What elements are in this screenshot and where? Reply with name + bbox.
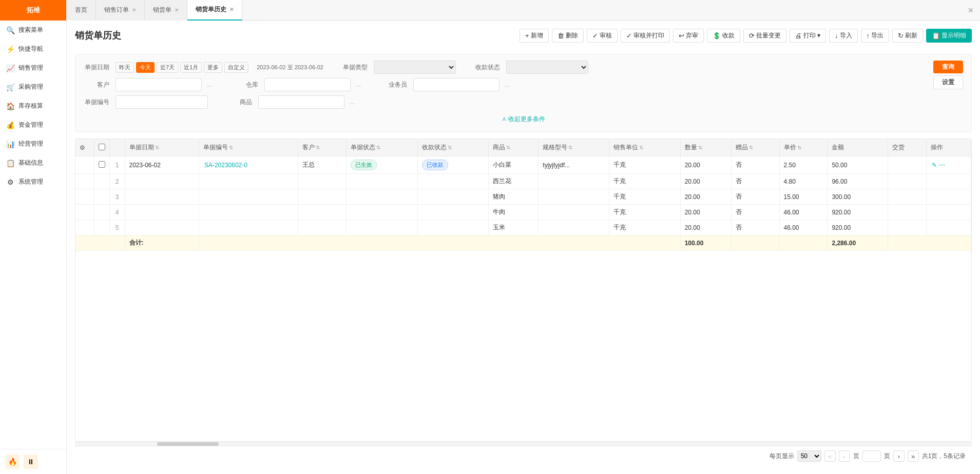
filter-salesperson-dots[interactable]: ... xyxy=(503,81,512,88)
date-shortcut-more[interactable]: 更多 xyxy=(204,62,222,73)
sidebar-fire-btn[interactable]: 🔥 xyxy=(5,455,20,469)
page-last-btn[interactable]: » xyxy=(908,450,919,462)
table-row: 5 玉米 千克 20.00 否 46.00 920.00 xyxy=(75,220,971,235)
per-page-select[interactable]: 2050100 xyxy=(797,450,821,462)
sidebar-item-sys-mgmt[interactable]: ⚙系统管理 xyxy=(0,172,66,191)
td-amount: 920.00 xyxy=(828,205,888,220)
sidebar-item-inventory[interactable]: 🏠库存核算 xyxy=(0,96,66,115)
td-unit: 千克 xyxy=(609,189,680,205)
tab-sales-order[interactable]: 销售订单✕ xyxy=(96,0,145,21)
toolbar-batch-change-btn[interactable]: ⟳批量变更 xyxy=(743,29,786,43)
toolbar-abandon-btn[interactable]: ↩弃审 xyxy=(673,29,704,43)
toolbar-delete-btn[interactable]: 🗑删除 xyxy=(552,29,584,43)
date-shortcut-custom[interactable]: 自定义 xyxy=(224,62,248,73)
row-checkbox[interactable] xyxy=(99,161,105,168)
page-input[interactable]: 1 xyxy=(862,450,881,462)
tab-sales-delivery[interactable]: 销货单✕ xyxy=(145,0,187,21)
action-edit-btn[interactable]: ✎ xyxy=(932,162,937,169)
th-qty[interactable]: 数量⇅ xyxy=(680,139,731,156)
th-spec[interactable]: 规格型号⇅ xyxy=(539,139,609,156)
toolbar-show-detail-btn[interactable]: 📋显示明细 xyxy=(926,29,972,43)
filter-goods-dots[interactable]: ... xyxy=(348,98,357,106)
filter-doctype-select[interactable] xyxy=(374,61,456,74)
table-header-row: ⚙ 单据日期⇅ 单据编号⇅ 客户⇅ 单据状态⇅ 收款状态⇅ 商品⇅ 规格型号⇅ xyxy=(75,139,971,156)
query-search-btn[interactable]: 查询 xyxy=(933,61,963,73)
td-gift: 否 xyxy=(731,156,779,174)
td-goods: 猪肉 xyxy=(488,189,539,205)
toolbar-new-btn[interactable]: +新增 xyxy=(520,29,549,43)
toolbar-export-icon: ↑ xyxy=(867,32,870,40)
per-page-label: 每页显示 xyxy=(770,452,794,461)
date-shortcut-last7[interactable]: 近7天 xyxy=(157,62,178,73)
tab-close-sales-delivery[interactable]: ✕ xyxy=(175,7,179,13)
sidebar-item-purchase-mgmt[interactable]: 🛒采购管理 xyxy=(0,77,66,96)
toolbar-collect-btn[interactable]: 💲收款 xyxy=(707,29,740,43)
date-shortcut-yesterday[interactable]: 昨天 xyxy=(116,62,134,73)
sidebar-pause-btn[interactable]: ⏸ xyxy=(24,455,38,469)
page-next-btn[interactable]: › xyxy=(893,450,905,462)
toolbar-export-btn[interactable]: ↑导出 xyxy=(861,29,890,43)
th-date[interactable]: 单据日期⇅ xyxy=(125,139,199,156)
td-gear xyxy=(75,156,94,174)
filter-payment-select[interactable] xyxy=(506,61,588,74)
th-goods[interactable]: 商品⇅ xyxy=(488,139,539,156)
toolbar-audit-btn[interactable]: ✓审核 xyxy=(587,29,618,43)
tab-close-sales-history[interactable]: ✕ xyxy=(229,7,234,12)
filter-date-label: 单据日期 xyxy=(84,63,109,72)
toolbar-import-btn[interactable]: ↓导入 xyxy=(829,29,858,43)
td-paymentstatus xyxy=(417,174,488,189)
filter-goods-input[interactable] xyxy=(258,95,344,109)
page-first-btn[interactable]: « xyxy=(824,450,836,462)
td-trade xyxy=(888,156,927,174)
filter-docno-label: 单据编号 xyxy=(84,98,109,107)
th-gear: ⚙ xyxy=(75,139,94,156)
select-all-checkbox[interactable] xyxy=(99,144,105,150)
td-docstatus xyxy=(347,174,417,189)
page-prev-btn[interactable]: ‹ xyxy=(839,450,850,462)
filter-warehouse-dots[interactable]: ... xyxy=(354,81,363,88)
toolbar-print-btn[interactable]: 🖨打印 ▾ xyxy=(790,29,826,43)
filter-customer-dots[interactable]: ... xyxy=(205,81,214,88)
sidebar-item-search-menu[interactable]: 🔍搜索菜单 xyxy=(0,21,66,40)
th-customer[interactable]: 客户⇅ xyxy=(298,139,347,156)
td-goods: 西兰花 xyxy=(488,174,539,189)
tab-sales-history[interactable]: 销货单历史✕ xyxy=(187,0,242,21)
th-price[interactable]: 单价⇅ xyxy=(779,139,828,156)
sidebar-item-sales-mgmt[interactable]: 📈销售管理 xyxy=(0,58,66,77)
toolbar-refresh-btn[interactable]: ↻刷新 xyxy=(892,29,923,43)
tab-home[interactable]: 首页 xyxy=(67,0,96,21)
action-more-btn[interactable]: ⋯ xyxy=(939,162,945,169)
th-paymentstatus[interactable]: 收款状态⇅ xyxy=(417,139,488,156)
toolbar-audit-print-btn[interactable]: ✓审核并打印 xyxy=(621,29,670,43)
sidebar-item-operations[interactable]: 📊经营管理 xyxy=(0,134,66,153)
sidebar-logo: 拓维 xyxy=(0,0,66,21)
sidebar-item-quick-nav[interactable]: ⚡快捷导航 xyxy=(0,40,66,58)
sidebar-item-basic-info[interactable]: 📋基础信息 xyxy=(0,153,66,172)
filter-collapse-btn[interactable]: ∧ 收起更多条件 xyxy=(499,113,547,126)
sidebar-item-finance[interactable]: 💰资金管理 xyxy=(0,115,66,134)
table-row: 3 猪肉 千克 20.00 否 15.00 300.00 xyxy=(75,189,971,205)
page-label-after: 页 xyxy=(884,452,890,461)
filter-warehouse-input[interactable] xyxy=(264,78,351,91)
td-spec xyxy=(539,205,609,220)
td-spec xyxy=(539,189,609,205)
th-unit[interactable]: 销售单位⇅ xyxy=(609,139,680,156)
th-amount: 金额 xyxy=(828,139,888,156)
date-shortcut-last1m[interactable]: 近1月 xyxy=(180,62,202,73)
filter-salesperson-input[interactable] xyxy=(413,78,499,91)
filter-payment-label: 收款状态 xyxy=(474,63,500,72)
query-settings-btn[interactable]: 设置 xyxy=(933,75,963,89)
gear-icon[interactable]: ⚙ xyxy=(80,144,85,151)
date-shortcut-today[interactable]: 今天 xyxy=(136,62,155,73)
tab-bar: 首页销售订单✕销货单✕销货单历史✕✕ xyxy=(67,0,980,21)
th-docno[interactable]: 单据编号⇅ xyxy=(199,139,298,156)
filter-customer-input[interactable] xyxy=(116,78,202,91)
tab-close-sales-order[interactable]: ✕ xyxy=(132,7,136,13)
th-docstatus[interactable]: 单据状态⇅ xyxy=(347,139,417,156)
filter-docno-input[interactable] xyxy=(116,95,208,109)
docno-link[interactable]: SA-20230602-0 xyxy=(204,162,247,169)
td-price: 2.50 xyxy=(779,156,828,174)
window-close-btn[interactable]: ✕ xyxy=(962,6,980,14)
th-gift[interactable]: 赠品⇅ xyxy=(731,139,779,156)
td-gear xyxy=(75,189,94,205)
